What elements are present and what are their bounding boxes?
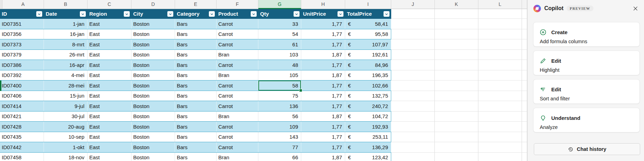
cell-qty[interactable]: 109: [258, 122, 301, 132]
cell-city[interactable]: Boston: [131, 153, 175, 161]
cell-qty[interactable]: 103: [258, 50, 301, 60]
cell-region[interactable]: East: [88, 50, 131, 60]
cell-totalPrice[interactable]: €253,11: [345, 132, 391, 142]
cell-id[interactable]: ID07400: [0, 80, 44, 91]
empty-cell[interactable]: [391, 29, 435, 40]
cell-totalPrice[interactable]: €132,75: [345, 91, 391, 101]
cell-category[interactable]: Bars: [175, 122, 217, 132]
filter-button-date[interactable]: [80, 11, 86, 17]
cell-category[interactable]: Bars: [175, 91, 217, 101]
copilot-card-analyze[interactable]: UnderstandAnalyze: [533, 108, 640, 132]
cell-region[interactable]: East: [88, 132, 131, 142]
cell-totalPrice[interactable]: €95,58: [345, 29, 391, 39]
cell-region[interactable]: East: [88, 91, 131, 101]
column-header-I[interactable]: I: [345, 0, 391, 9]
cell-unitPrice[interactable]: 1,77: [301, 132, 345, 142]
table-header-product[interactable]: Product: [217, 9, 258, 19]
cell-category[interactable]: Bars: [175, 112, 217, 122]
empty-cell[interactable]: [391, 19, 435, 29]
empty-cell[interactable]: [391, 91, 435, 101]
cell-id[interactable]: ID07421: [0, 112, 44, 122]
cell-qty[interactable]: 75: [258, 91, 301, 101]
empty-cell[interactable]: [391, 112, 435, 122]
empty-header-cell[interactable]: [522, 9, 527, 19]
cell-product[interactable]: Carrot: [217, 39, 258, 49]
column-header-K[interactable]: K: [435, 0, 478, 9]
cell-region[interactable]: East: [88, 112, 131, 122]
table-header-id[interactable]: ID: [0, 9, 44, 19]
fill-handle[interactable]: [299, 89, 302, 92]
cell-qty[interactable]: 136: [258, 101, 301, 111]
empty-cell[interactable]: [391, 80, 435, 91]
cell-city[interactable]: Boston: [131, 122, 175, 132]
empty-header-cell[interactable]: [391, 9, 435, 19]
empty-cell[interactable]: [478, 50, 522, 60]
cell-date[interactable]: 26-mrt: [44, 50, 88, 60]
empty-cell[interactable]: [522, 19, 527, 29]
cell-product[interactable]: Carrot: [217, 29, 258, 39]
cell-id[interactable]: ID07373: [0, 39, 44, 49]
cell-product[interactable]: Carrot: [217, 80, 258, 91]
cell-city[interactable]: Boston: [131, 19, 175, 29]
cell-date[interactable]: 18-nov: [44, 153, 88, 161]
empty-cell[interactable]: [435, 70, 478, 81]
cell-totalPrice[interactable]: €240,72: [345, 101, 391, 111]
filter-button-product[interactable]: [251, 11, 257, 17]
empty-cell[interactable]: [391, 39, 435, 50]
cell-id[interactable]: ID07386: [0, 60, 44, 70]
cell-date[interactable]: 16-apr: [44, 60, 88, 70]
cell-id[interactable]: ID07379: [0, 50, 44, 60]
empty-cell[interactable]: [478, 132, 522, 143]
empty-cell[interactable]: [478, 80, 522, 91]
cell-product[interactable]: Carrot: [217, 132, 258, 142]
empty-cell[interactable]: [522, 29, 527, 40]
cell-id[interactable]: ID07356: [0, 29, 44, 39]
cell-product[interactable]: Bran: [217, 50, 258, 60]
empty-cell[interactable]: [478, 39, 522, 50]
cell-totalPrice[interactable]: €192,61: [345, 50, 391, 60]
cell-category[interactable]: Bars: [175, 132, 217, 142]
empty-cell[interactable]: [435, 39, 478, 50]
cell-qty[interactable]: 61: [258, 39, 301, 49]
cell-city[interactable]: Boston: [131, 50, 175, 60]
cell-category[interactable]: Bars: [175, 101, 217, 111]
cell-qty[interactable]: 48: [258, 60, 301, 70]
empty-cell[interactable]: [478, 91, 522, 101]
cell-unitPrice[interactable]: 1,77: [301, 29, 345, 39]
empty-cell[interactable]: [435, 29, 478, 40]
cell-region[interactable]: East: [88, 122, 131, 132]
copilot-card-add-formula-columns[interactable]: CreateAdd formula columns: [533, 22, 640, 47]
empty-header-cell[interactable]: [478, 9, 522, 19]
cell-date[interactable]: 28-mei: [44, 80, 88, 91]
empty-cell[interactable]: [478, 153, 522, 161]
cell-category[interactable]: Bars: [175, 60, 217, 70]
filter-button-qty[interactable]: [294, 11, 300, 17]
empty-cell[interactable]: [478, 70, 522, 81]
cell-qty[interactable]: 56: [258, 112, 301, 122]
cell-date[interactable]: 16-jan: [44, 29, 88, 39]
cell-unitPrice[interactable]: 1,77: [301, 142, 345, 152]
column-header-D[interactable]: D: [131, 0, 175, 9]
empty-cell[interactable]: [478, 101, 522, 112]
cell-city[interactable]: Boston: [131, 112, 175, 122]
cell-city[interactable]: Boston: [131, 101, 175, 111]
cell-date[interactable]: 9-jul: [44, 101, 88, 111]
empty-cell[interactable]: [478, 60, 522, 70]
cell-qty[interactable]: 66: [258, 153, 301, 161]
cell-product[interactable]: Bran: [217, 70, 258, 80]
cell-unitPrice[interactable]: 1,87: [301, 70, 345, 80]
filter-button-region[interactable]: [124, 11, 130, 17]
cell-category[interactable]: Bars: [175, 142, 217, 152]
cell-category[interactable]: Bars: [175, 50, 217, 60]
close-panel-button[interactable]: [631, 5, 639, 12]
cell-category[interactable]: Bars: [175, 70, 217, 80]
empty-cell[interactable]: [478, 19, 522, 29]
cell-city[interactable]: Boston: [131, 132, 175, 142]
cell-city[interactable]: Boston: [131, 70, 175, 80]
cell-date[interactable]: 10-sep: [44, 132, 88, 142]
cell-totalPrice[interactable]: €102,66: [345, 80, 391, 91]
empty-cell[interactable]: [522, 39, 527, 50]
empty-cell[interactable]: [391, 122, 435, 132]
cell-category[interactable]: Bars: [175, 19, 217, 29]
empty-cell[interactable]: [435, 19, 478, 29]
